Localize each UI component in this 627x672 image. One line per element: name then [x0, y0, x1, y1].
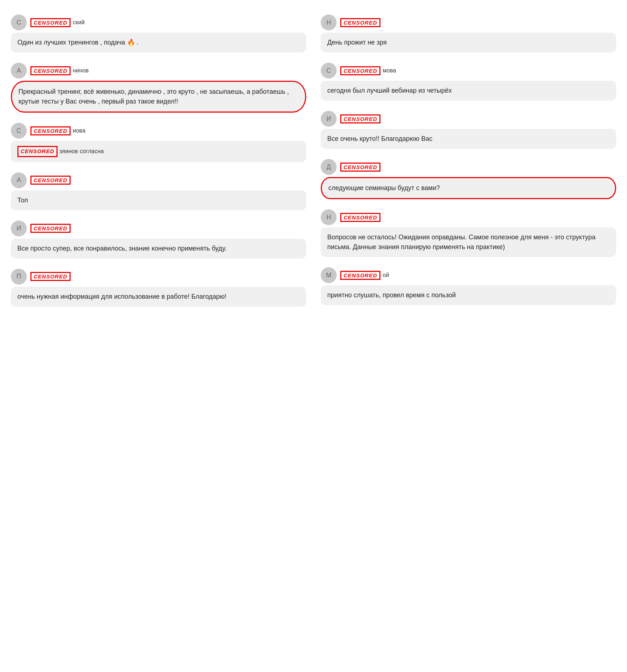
avatar: С	[321, 63, 337, 79]
message-group: Д CENSORED следующие семинары будут с ва…	[321, 159, 616, 199]
message-group: С CENSORED ский Один из лучших тренингов…	[11, 14, 306, 52]
message-group: Н CENSORED День прожит не зря	[321, 14, 616, 52]
avatar: М	[321, 267, 337, 283]
message-bubble: Все очень круто!! Благодарюю Вас	[321, 129, 616, 149]
censored-badge: CENSORED	[340, 114, 380, 123]
user-row: И CENSORED	[11, 220, 306, 236]
message-bubble-circled: следующие семинары будут с вами?	[321, 177, 616, 199]
message-group: С CENSORED иова CENSORED зяинов согласна	[11, 123, 306, 162]
censored-badge: CENSORED	[30, 272, 71, 281]
username-area: CENSORED мова	[340, 66, 396, 75]
user-row: Д CENSORED	[321, 159, 616, 175]
message-group: Н CENSORED Вопросов не осталось! Ожидани…	[321, 209, 616, 257]
message-group: А CENSORED нинов Прекрасный тренинг, всё…	[11, 63, 306, 113]
inline-badge-wrap: CENSORED зяинов согласна	[17, 146, 104, 157]
avatar: А	[11, 63, 27, 79]
username-suffix: мова	[383, 67, 396, 74]
user-row: П CENSORED	[11, 269, 306, 285]
chat-columns: С CENSORED ский Один из лучших тренингов…	[11, 14, 616, 307]
username-area: CENSORED	[340, 114, 380, 123]
username-suffix: нинов	[73, 67, 89, 74]
username-area: CENSORED	[30, 224, 71, 233]
user-row: А CENSORED	[11, 172, 306, 188]
censored-badge: CENSORED	[30, 66, 71, 75]
username-suffix: ой	[383, 272, 389, 278]
censored-badge: CENSORED	[340, 18, 380, 27]
left-column: С CENSORED ский Один из лучших тренингов…	[11, 14, 306, 307]
avatar: И	[321, 111, 337, 127]
message-bubble: День прожит не зря	[321, 33, 616, 52]
message-bubble: сегодня был лучший вебинар из четырёх	[321, 81, 616, 101]
avatar: Н	[321, 14, 337, 30]
user-row: Н CENSORED	[321, 14, 616, 30]
avatar: П	[11, 269, 27, 285]
user-row: М CENSORED ой	[321, 267, 616, 283]
username-area: CENSORED	[340, 213, 380, 222]
avatar: А	[11, 172, 27, 188]
username-area: CENSORED	[340, 163, 380, 172]
censored-badge: CENSORED	[30, 18, 71, 27]
avatar: И	[11, 220, 27, 236]
message-bubble: Все просто супер, все понравилось, знани…	[11, 239, 306, 259]
user-row: С CENSORED ский	[11, 14, 306, 30]
message-group: С CENSORED мова сегодня был лучший вебин…	[321, 63, 616, 101]
user-row: С CENSORED мова	[321, 63, 616, 79]
avatar: С	[11, 14, 27, 30]
inline-censored-badge: CENSORED	[17, 146, 58, 157]
username-area: CENSORED иова	[30, 126, 85, 135]
censored-badge: CENSORED	[340, 271, 380, 280]
username-area: CENSORED ой	[340, 271, 389, 280]
user-row: С CENSORED иова	[11, 123, 306, 139]
censored-badge: CENSORED	[340, 163, 380, 172]
message-group: П CENSORED очень нужная информация для и…	[11, 269, 306, 307]
username-area: CENSORED нинов	[30, 66, 89, 75]
message-group: И CENSORED Все просто супер, все понрави…	[11, 220, 306, 259]
username-area: CENSORED	[30, 272, 71, 281]
censored-badge: CENSORED	[30, 126, 71, 135]
user-row: И CENSORED	[321, 111, 616, 127]
username-suffix: ский	[73, 19, 85, 26]
right-column: Н CENSORED День прожит не зря С CENSORED…	[321, 14, 616, 307]
username-area: CENSORED ский	[30, 18, 85, 27]
inline-text: согласна	[80, 147, 104, 156]
message-bubble: Один из лучших тренингов , подача 🔥 .	[11, 33, 306, 52]
censored-badge: CENSORED	[340, 213, 380, 222]
message-bubble: Топ	[11, 190, 306, 210]
avatar: С	[11, 123, 27, 139]
message-bubble: Вопросов не осталось! Ожидания оправданы…	[321, 227, 616, 257]
username-area: CENSORED	[340, 18, 380, 27]
inline-suffix: зяинов	[59, 147, 78, 156]
username-suffix: иова	[73, 127, 85, 134]
censored-badge: CENSORED	[30, 176, 71, 185]
message-bubble: очень нужная информация для использовани…	[11, 287, 306, 307]
user-row: А CENSORED нинов	[11, 63, 306, 79]
message-group: И CENSORED Все очень круто!! Благодарюю …	[321, 111, 616, 149]
censored-badge: CENSORED	[340, 66, 380, 75]
username-area: CENSORED	[30, 176, 71, 185]
avatar: Н	[321, 209, 337, 225]
avatar: Д	[321, 159, 337, 175]
message-bubble: приятно слушать, провел время с пользой	[321, 285, 616, 305]
user-row: Н CENSORED	[321, 209, 616, 225]
censored-badge: CENSORED	[30, 224, 71, 233]
message-group: А CENSORED Топ	[11, 172, 306, 210]
message-bubble-inline: CENSORED зяинов согласна	[11, 141, 306, 162]
message-bubble-circled: Прекрасный тренинг, всё живенько, динами…	[11, 81, 306, 113]
message-group: М CENSORED ой приятно слушать, провел вр…	[321, 267, 616, 305]
